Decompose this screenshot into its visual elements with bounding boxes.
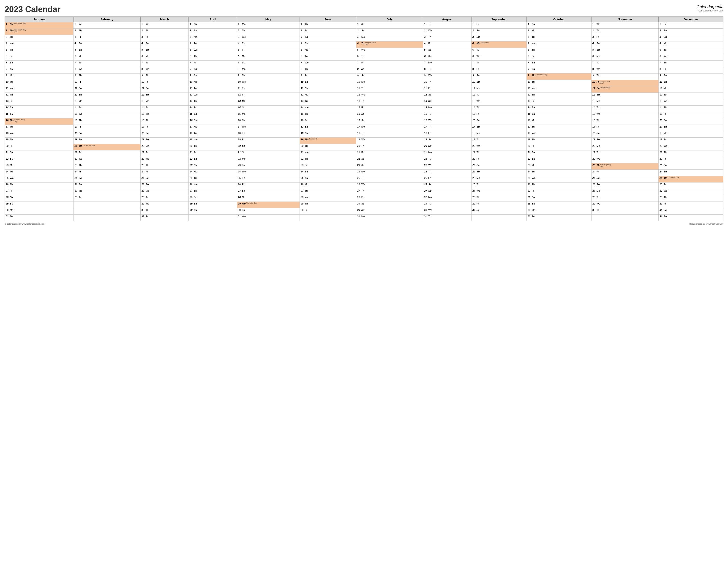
day-abbr: Su xyxy=(361,164,365,167)
day-cell: 30We xyxy=(423,208,472,214)
day-abbr: Mo xyxy=(78,55,82,58)
day-number: 21 xyxy=(189,151,193,154)
day-abbr: Tu xyxy=(10,215,12,218)
day-abbr: We xyxy=(477,144,480,147)
day-number: 2 xyxy=(189,29,193,32)
day-abbr: Su xyxy=(477,125,480,128)
day-abbr: Mo xyxy=(664,42,667,45)
day-cell: 24Mo xyxy=(189,170,237,176)
day-cell: 7Th xyxy=(658,61,723,67)
day-abbr: Sa xyxy=(664,74,667,77)
day-abbr: Th xyxy=(242,87,245,90)
day-abbr: We xyxy=(532,42,535,45)
day-number: 28 xyxy=(189,196,193,199)
day-abbr: Th xyxy=(194,100,197,102)
day-abbr: Sa xyxy=(428,93,431,96)
day-abbr: Mo xyxy=(664,87,667,90)
day-number: 19 xyxy=(357,138,361,141)
day-number: 23 xyxy=(74,164,78,167)
day-cell: 16MoMartin L. King Day xyxy=(5,119,73,125)
day-cell: 8Fr xyxy=(471,67,526,73)
day-cell: 25Th xyxy=(237,176,300,182)
day-cell: 25Su xyxy=(300,176,356,182)
day-cell: 18Sa xyxy=(140,131,189,138)
day-abbr: Su xyxy=(10,23,13,26)
day-abbr: Th xyxy=(305,157,308,160)
day-cell: 13Su xyxy=(423,99,472,106)
day-cell: 1Th xyxy=(300,22,356,29)
day-abbr: Su xyxy=(532,157,535,160)
table-row: 2MoNew Year's Day (obs.)2Th2Th2Su2Tu2Fr2… xyxy=(5,29,723,35)
day-number: 17 xyxy=(357,125,361,128)
day-number: 14 xyxy=(528,106,531,109)
day-number: 1 xyxy=(660,23,663,26)
day-cell: 18Tu xyxy=(189,131,237,138)
day-number: 7 xyxy=(6,61,9,64)
day-cell: 18Tu xyxy=(356,131,423,138)
day-abbr: We xyxy=(242,35,246,38)
day-abbr: We xyxy=(78,68,82,70)
day-abbr: Sa xyxy=(242,190,245,192)
day-number: 9 xyxy=(592,74,596,77)
day-abbr: Sa xyxy=(477,119,480,122)
day-cell: 29Th xyxy=(300,202,356,208)
day-cell: 1Fr xyxy=(658,22,723,29)
day-number: 27 xyxy=(357,190,361,192)
day-cell: 31Tu xyxy=(526,214,591,221)
table-row: 3Tu3Fr3Fr3Mo3We3Sa3Mo3Th3Su3Tu3Fr3Su xyxy=(5,35,723,41)
day-cell: 15Th xyxy=(300,112,356,119)
day-number: 16 xyxy=(357,119,361,122)
day-number: 8 xyxy=(357,68,361,70)
day-cell: 21Fr xyxy=(356,150,423,157)
day-abbr: Tu xyxy=(477,138,479,141)
day-number: 13 xyxy=(74,100,78,102)
day-number: 3 xyxy=(6,35,9,38)
day-cell: 31Fr xyxy=(140,214,189,221)
day-abbr: Th xyxy=(361,100,365,102)
day-abbr: Su xyxy=(10,202,13,205)
day-cell: 3Su xyxy=(471,35,526,41)
day-abbr: We xyxy=(194,48,198,51)
day-cell: 28Th xyxy=(658,195,723,202)
day-cell: 21Tu xyxy=(591,150,658,157)
day-cell: 19Su xyxy=(591,138,658,144)
day-cell: 11SaVeterans Day xyxy=(591,86,658,93)
day-abbr: Mo xyxy=(242,157,245,160)
day-cell: 28Fr xyxy=(189,195,237,202)
day-abbr: Fr xyxy=(242,93,244,96)
day-cell: 7Tu xyxy=(73,61,140,67)
day-abbr: We xyxy=(242,215,246,218)
day-number: 12 xyxy=(473,93,476,96)
day-cell: 5Su xyxy=(73,48,140,54)
table-row: 20Fr20MoPresidents' Day20Mo20Th20Sa20Tu2… xyxy=(5,144,723,150)
table-row: 31Tu 31Fr 31We 31Mo31Th 31Tu 31Su xyxy=(5,214,723,221)
day-abbr: Th xyxy=(305,202,308,205)
day-cell: 5Fr xyxy=(237,48,300,54)
month-jun: June xyxy=(300,17,356,22)
day-abbr: Mo xyxy=(428,61,432,64)
day-number: 13 xyxy=(424,100,428,102)
day-number: 4 xyxy=(189,42,193,45)
day-number: 19 xyxy=(189,138,193,141)
day-abbr: We xyxy=(532,132,535,134)
day-abbr: Tu xyxy=(532,35,534,38)
day-number: 14 xyxy=(141,106,145,109)
day-cell: 9Su xyxy=(189,73,237,80)
day-number: 18 xyxy=(592,132,596,134)
day-abbr: Tu xyxy=(361,132,364,134)
day-cell: 25Sa xyxy=(591,176,658,182)
day-abbr: Fr xyxy=(10,144,12,147)
day-abbr: Tu xyxy=(78,151,81,154)
day-abbr: Tu xyxy=(361,87,364,90)
day-abbr: Tu xyxy=(242,164,245,167)
day-number: 26 xyxy=(660,183,663,186)
day-abbr: Su xyxy=(428,144,431,147)
day-abbr: Sa xyxy=(194,202,197,205)
day-cell: 9Mo xyxy=(5,73,73,80)
day-cell xyxy=(300,214,356,221)
day-number: 26 xyxy=(592,183,596,186)
day-number: 24 xyxy=(238,170,242,173)
day-abbr: Su xyxy=(305,87,308,90)
day-number: 31 xyxy=(141,215,145,218)
day-cell: 14Sa xyxy=(526,106,591,112)
